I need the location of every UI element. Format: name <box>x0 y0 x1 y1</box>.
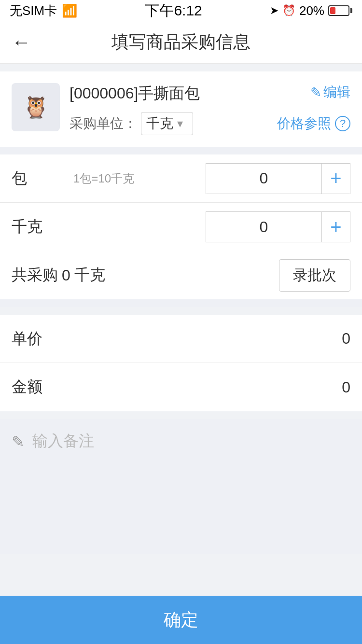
location-icon: ➤ <box>270 4 278 17</box>
product-header: [0000006]手撕面包 ✎ 编辑 <box>70 83 350 104</box>
edit-button[interactable]: ✎ 编辑 <box>310 83 350 101</box>
product-unit-row: 采购单位： 千克 ▾ 价格参照 ? <box>70 112 350 135</box>
summary-text: 共采购 0 千克 <box>12 265 105 286</box>
kg-label: 千克 <box>12 216 70 238</box>
amount-row: 金额 0 <box>0 363 362 411</box>
remark-icon: ✎ <box>12 433 25 451</box>
info-section: 单价 0 金额 0 <box>0 315 362 411</box>
bag-input-controls: + <box>206 163 350 194</box>
status-left: 无SIM卡 📶 <box>10 2 77 19</box>
price-ref-icon: ? <box>335 116 350 131</box>
summary-row: 共采购 0 千克 录批次 <box>0 251 362 299</box>
kg-input-controls: + <box>206 211 350 242</box>
price-ref-label: 价格参照 <box>277 114 331 133</box>
wifi-icon: 📶 <box>62 3 77 18</box>
status-bar: 无SIM卡 📶 下午6:12 ➤ ⏰ 20% <box>0 0 362 21</box>
back-icon: ← <box>12 31 31 53</box>
product-info: [0000006]手撕面包 ✎ 编辑 采购单位： 千克 ▾ 价格参照 ? <box>70 83 350 135</box>
confirm-button[interactable]: 确定 <box>0 596 362 644</box>
remark-placeholder: 输入备注 <box>32 431 94 452</box>
bag-quantity-input[interactable] <box>206 163 321 194</box>
input-section: 包 1包=10千克 + 千克 + <box>0 154 362 251</box>
status-time: 下午6:12 <box>145 1 202 21</box>
batch-button[interactable]: 录批次 <box>279 259 350 292</box>
unit-price-value: 0 <box>342 330 350 348</box>
divider-1 <box>0 147 362 154</box>
kg-plus-button[interactable]: + <box>321 211 350 242</box>
product-title: 手撕面包 <box>138 84 200 102</box>
kg-quantity-input[interactable] <box>206 211 321 242</box>
edit-icon: ✎ <box>310 84 321 100</box>
amount-label: 金额 <box>12 377 42 398</box>
summary-amount: 0 <box>62 266 70 284</box>
back-button[interactable]: ← <box>12 31 31 53</box>
alarm-icon: ⏰ <box>282 4 295 17</box>
kg-input-row: 千克 + <box>0 203 362 251</box>
sim-text: 无SIM卡 <box>10 2 57 19</box>
divider-2 <box>0 299 362 307</box>
bag-plus-button[interactable]: + <box>321 163 350 194</box>
price-ref-button[interactable]: 价格参照 ? <box>277 114 350 133</box>
unit-select[interactable]: 千克 ▾ <box>141 112 193 135</box>
bag-input-row: 包 1包=10千克 + <box>0 154 362 203</box>
remark-section[interactable]: ✎ 输入备注 <box>0 419 362 554</box>
product-card: 🦉 [0000006]手撕面包 ✎ 编辑 采购单位： 千克 ▾ 价格参照 ? <box>0 71 362 147</box>
product-name: [0000006]手撕面包 <box>70 83 200 104</box>
bag-label: 包 <box>12 168 70 189</box>
battery-indicator <box>328 5 352 16</box>
bag-sub-label: 1包=10千克 <box>73 171 134 186</box>
battery-percent: 20% <box>299 3 324 18</box>
unit-dropdown-icon: ▾ <box>177 117 183 130</box>
status-right: ➤ ⏰ 20% <box>270 3 352 18</box>
product-thumbnail-icon: 🦉 <box>23 95 49 120</box>
summary-prefix: 共采购 <box>12 265 58 286</box>
unit-label: 采购单位： <box>70 114 137 133</box>
amount-value: 0 <box>342 378 350 396</box>
unit-value: 千克 <box>146 114 173 133</box>
product-thumbnail: 🦉 <box>12 83 60 131</box>
summary-unit: 千克 <box>74 265 105 286</box>
unit-price-label: 单价 <box>12 328 42 350</box>
product-id: [0000006] <box>70 84 138 102</box>
page-title: 填写商品采购信息 <box>111 30 251 54</box>
nav-bar: ← 填写商品采购信息 <box>0 21 362 64</box>
unit-price-row: 单价 0 <box>0 315 362 363</box>
edit-label: 编辑 <box>323 83 350 101</box>
